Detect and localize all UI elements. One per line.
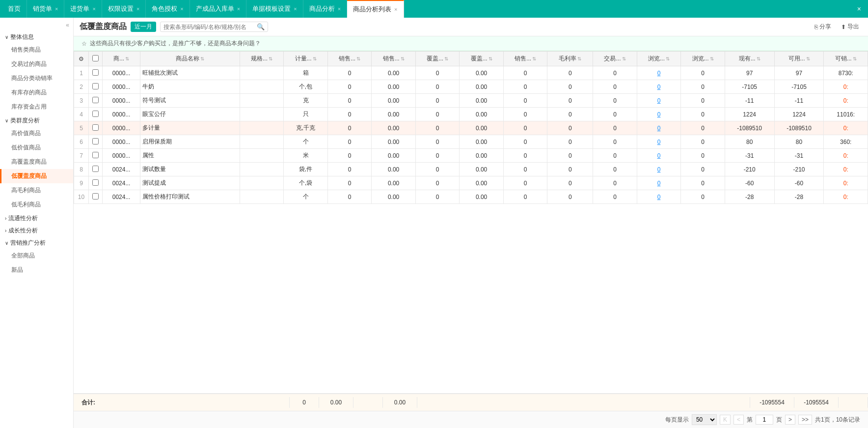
sidebar-item-all-products[interactable]: 全部商品: [0, 249, 73, 263]
share-button[interactable]: ⎘ 分享: [812, 22, 834, 32]
col-browse1[interactable]: 浏览...⇅: [637, 52, 681, 66]
next-page-button[interactable]: >: [785, 415, 795, 425]
cell-checkbox[interactable]: [89, 66, 103, 80]
cell-checkbox[interactable]: [89, 94, 103, 108]
window-close-button[interactable]: ×: [852, 5, 866, 13]
nav-template[interactable]: 单据模板设置 ×: [246, 0, 303, 18]
col-sales1[interactable]: 销售...⇅: [327, 52, 372, 66]
close-icon[interactable]: ×: [92, 6, 95, 12]
cell-checkbox[interactable]: [89, 121, 103, 135]
col-current[interactable]: 现有...⇅: [725, 52, 774, 66]
search-icon[interactable]: 🔍: [257, 23, 265, 30]
cell-sales3: 0: [503, 135, 547, 149]
close-icon[interactable]: ×: [237, 6, 240, 12]
cell-checkbox[interactable]: [89, 190, 103, 204]
col-cover1[interactable]: 覆盖...⇅: [415, 52, 460, 66]
row-checkbox[interactable]: [92, 97, 99, 103]
close-icon[interactable]: ×: [55, 6, 58, 12]
cell-checkbox[interactable]: [89, 163, 103, 176]
cell-browse1[interactable]: 0: [637, 66, 681, 80]
cell-current: -31: [725, 149, 774, 163]
sidebar-section-cluster[interactable]: ∨ 类群度分析: [0, 114, 73, 126]
sidebar-item-low-value[interactable]: 低价值商品: [0, 141, 73, 155]
cell-browse1[interactable]: 0: [637, 163, 681, 176]
cell-name: 符号测试: [140, 94, 240, 108]
row-checkbox[interactable]: [92, 111, 99, 117]
cell-browse1[interactable]: 0: [637, 121, 681, 135]
col-spec[interactable]: 规格...⇅: [240, 52, 284, 66]
last-page-button[interactable]: >>: [798, 415, 812, 425]
col-saleable[interactable]: 可销...⇅: [824, 52, 868, 66]
search-input[interactable]: [163, 24, 257, 30]
sidebar-item-high-coverage[interactable]: 高覆盖度商品: [0, 155, 73, 169]
filter-button[interactable]: 近一月: [131, 22, 156, 32]
col-unit[interactable]: 计量...⇅: [284, 52, 328, 66]
cell-checkbox[interactable]: [89, 108, 103, 121]
col-checkbox-header[interactable]: [89, 52, 103, 66]
nav-analysis-list[interactable]: 商品分析列表 ×: [347, 0, 404, 18]
first-page-button[interactable]: K: [720, 415, 731, 425]
col-browse2[interactable]: 浏览...⇅: [681, 52, 725, 66]
row-checkbox[interactable]: [92, 83, 99, 89]
col-settings[interactable]: ⚙: [74, 52, 89, 66]
col-available[interactable]: 可用...⇅: [774, 52, 824, 66]
cell-browse1[interactable]: 0: [637, 108, 681, 121]
row-checkbox[interactable]: [92, 69, 99, 76]
sidebar-section-overall[interactable]: ∨ 整体信息: [0, 30, 73, 43]
sidebar-item-high-value[interactable]: 高价值商品: [0, 126, 73, 141]
cell-browse1[interactable]: 0: [637, 190, 681, 204]
sidebar-item-capital[interactable]: 库存资金占用: [0, 100, 73, 114]
sidebar-item-traded-products[interactable]: 交易过的商品: [0, 57, 73, 71]
row-checkbox[interactable]: [92, 124, 99, 131]
page-input[interactable]: [756, 415, 773, 425]
close-icon[interactable]: ×: [394, 6, 397, 12]
per-page-select[interactable]: 50 100 200: [692, 414, 717, 425]
row-checkbox[interactable]: [92, 179, 99, 186]
export-button[interactable]: ⬆ 导出: [838, 22, 862, 32]
nav-purchase[interactable]: 进货单 ×: [64, 0, 102, 18]
sidebar-section-marketing[interactable]: ∨ 营销推广分析: [0, 236, 73, 249]
col-sales2[interactable]: 销售...⇅: [372, 52, 416, 66]
sidebar-item-stock-products[interactable]: 有库存的商品: [0, 86, 73, 100]
cell-checkbox[interactable]: [89, 135, 103, 149]
col-code[interactable]: 商...⇅: [103, 52, 140, 66]
nav-sales[interactable]: 销货单 ×: [27, 0, 64, 18]
cell-browse1[interactable]: 0: [637, 149, 681, 163]
sidebar-item-category-rate[interactable]: 商品分类动销率: [0, 71, 73, 86]
cell-browse1[interactable]: 0: [637, 94, 681, 108]
row-checkbox[interactable]: [92, 193, 99, 200]
row-checkbox[interactable]: [92, 166, 99, 172]
cell-browse1[interactable]: 0: [637, 80, 681, 94]
nav-production[interactable]: 产成品入库单 ×: [190, 0, 246, 18]
col-trade[interactable]: 交易...⇅: [593, 52, 637, 66]
col-sales3[interactable]: 销售...⇅: [503, 52, 547, 66]
sidebar-collapse-button[interactable]: «: [0, 20, 73, 30]
sidebar-item-low-margin[interactable]: 低毛利商品: [0, 198, 73, 212]
close-icon[interactable]: ×: [136, 6, 139, 12]
nav-analysis[interactable]: 商品分析 ×: [303, 0, 347, 18]
col-cover2[interactable]: 覆盖...⇅: [460, 52, 504, 66]
close-icon[interactable]: ×: [338, 6, 341, 12]
close-icon[interactable]: ×: [180, 6, 183, 12]
sidebar-section-liquidity[interactable]: › 流通性分析: [0, 212, 73, 224]
nav-role[interactable]: 角色授权 ×: [146, 0, 190, 18]
sidebar-section-growth[interactable]: › 成长性分析: [0, 224, 73, 236]
row-checkbox[interactable]: [92, 138, 99, 144]
cell-checkbox[interactable]: [89, 80, 103, 94]
col-name[interactable]: 商品名称⇅: [140, 52, 240, 66]
cell-checkbox[interactable]: [89, 176, 103, 190]
prev-page-button[interactable]: <: [733, 415, 744, 425]
select-all-checkbox[interactable]: [92, 55, 99, 61]
nav-home[interactable]: 首页: [2, 0, 27, 18]
sidebar-item-sales-products[interactable]: 销售类商品: [0, 43, 73, 57]
row-checkbox[interactable]: [92, 152, 99, 158]
sidebar-item-low-coverage[interactable]: 低覆盖度商品: [0, 169, 73, 183]
nav-permissions[interactable]: 权限设置 ×: [102, 0, 146, 18]
cell-checkbox[interactable]: [89, 149, 103, 163]
sidebar-item-high-margin[interactable]: 高毛利商品: [0, 183, 73, 198]
cell-browse1[interactable]: 0: [637, 176, 681, 190]
close-icon[interactable]: ×: [294, 6, 297, 12]
col-gross-margin[interactable]: 毛利率⇅: [547, 52, 593, 66]
cell-browse1[interactable]: 0: [637, 135, 681, 149]
sidebar-item-new-products[interactable]: 新品: [0, 263, 73, 277]
